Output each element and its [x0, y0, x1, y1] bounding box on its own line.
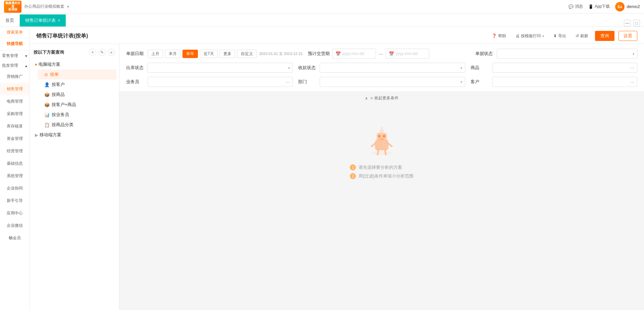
- tree-item-by-goods[interactable]: 📦 按商品: [38, 90, 116, 100]
- export-icon: ⬇: [553, 34, 557, 38]
- tree-item-label: 按商品: [52, 92, 65, 98]
- sidebar-item-appcenter[interactable]: 应用中心: [0, 207, 29, 219]
- user-area[interactable]: Ea demo2: [615, 2, 640, 11]
- breadcrumb: 办公用品行业模拟账套: [24, 4, 64, 9]
- tab-close-icon[interactable]: ×: [58, 18, 60, 23]
- last-month-button[interactable]: 上月: [148, 50, 163, 58]
- sidebar-item-newbie[interactable]: 新手引导: [0, 195, 29, 207]
- tree-section: ▾ 电脑端方案 ⊙ 按单 👤 按客户 📦: [30, 58, 119, 141]
- date-placeholder-2: yyyy-mm-dd: [395, 51, 417, 56]
- sidebar-item-sales[interactable]: 销售管理: [0, 83, 29, 95]
- delivery-select[interactable]: ▾: [148, 63, 293, 73]
- svg-line-6: [372, 144, 375, 146]
- sidebar-item-enterprise[interactable]: 企业协同: [0, 182, 29, 195]
- date-range-text: 2023-01-01 至 2023-12-31: [259, 51, 303, 56]
- tree-item-icon: 👤: [44, 82, 50, 87]
- tree-item-by-customer-goods[interactable]: 📦 按客户+商品: [38, 100, 116, 110]
- sidebar-item-wechat[interactable]: 企业微信: [0, 219, 29, 232]
- tree-item-by-customer[interactable]: 👤 按客户: [38, 80, 116, 90]
- date-separator: —: [379, 51, 383, 56]
- wholesale-expand-icon: ▴: [25, 63, 27, 68]
- svg-line-9: [385, 150, 386, 155]
- tree-item-by-category[interactable]: 📋 按商品分类: [38, 120, 116, 130]
- help-icon: ❓: [492, 34, 497, 38]
- minimize-button[interactable]: —: [624, 20, 631, 27]
- sidebar-item-label: 基础信息: [7, 161, 23, 166]
- sidebar-item-label: 经营管理: [7, 148, 23, 154]
- salesperson-select[interactable]: ···: [148, 77, 293, 87]
- customer-more-icon[interactable]: ···: [630, 79, 634, 85]
- breadcrumb-dropdown-icon[interactable]: ▾: [67, 4, 69, 9]
- svg-point-12: [381, 127, 383, 129]
- sidebar-item-purchase[interactable]: 采购管理: [0, 108, 29, 120]
- message-button[interactable]: 💬 消息: [569, 4, 583, 9]
- export-button[interactable]: ⬇ 导出: [551, 32, 569, 40]
- goods-select[interactable]: ···: [492, 63, 637, 73]
- empty-tip-2: 2 用[过滤]条件来缩小分析范围: [350, 173, 413, 179]
- sidebar-item-marketing[interactable]: 营销推广: [0, 70, 29, 83]
- sidebar-divider-1: [0, 50, 29, 50]
- refresh-icon: ↺: [576, 34, 579, 38]
- tree-item-label: 按单: [50, 71, 59, 78]
- empty-state: 1 请先选择要分析的方案 2 用[过滤]条件来缩小分析范围: [119, 104, 644, 199]
- payment-select[interactable]: ▾: [320, 63, 465, 73]
- panel-edit-button[interactable]: ✎: [98, 49, 106, 56]
- maximize-button[interactable]: □: [633, 20, 640, 27]
- refresh-button[interactable]: ↺ 刷新: [573, 32, 591, 40]
- panel-collapse-button[interactable]: «: [108, 49, 115, 56]
- sidebar-item-system[interactable]: 系统管理: [0, 170, 29, 182]
- collapse-label: ∧ 收起更多条件: [370, 95, 398, 101]
- expected-date-start[interactable]: 📅 yyyy-mm-dd: [332, 49, 376, 59]
- sidebar-item-inventory[interactable]: 库存核算: [0, 120, 29, 133]
- tree-section-mobile[interactable]: ▶ 移动端方案: [32, 130, 116, 140]
- tab-active[interactable]: 销售订单统计表 ×: [20, 14, 66, 27]
- inner-layout: 按以下方案查询 + ✎ « ▾ 电脑端方案 ⊙ 按单: [30, 44, 644, 310]
- department-select[interactable]: ▾: [320, 77, 465, 87]
- sidebar: 搜索菜单 快捷导航 零售管理 ▾ 批发管理 ▴ 营销推广 销售管理 电商管理 采…: [0, 27, 30, 310]
- last7days-button[interactable]: 近7天: [200, 50, 218, 58]
- sidebar-item-label: 资金管理: [7, 136, 23, 142]
- svg-line-7: [388, 144, 392, 146]
- setting-button[interactable]: 设置: [619, 31, 637, 41]
- sidebar-search[interactable]: 搜索菜单: [0, 27, 29, 38]
- sidebar-item-label: 电商管理: [7, 99, 23, 104]
- header-actions: ❓ 帮助 🖨 按模板打印 ▾ ⬇ 导出 ↺ 刷新 查询 设置: [489, 31, 637, 41]
- sidebar-item-retail[interactable]: 零售管理 ▾: [0, 51, 29, 61]
- this-year-button[interactable]: 本年: [182, 50, 198, 58]
- tree-item-by-salesperson[interactable]: 📊 按业务员: [38, 110, 116, 120]
- sidebar-item-wholesale[interactable]: 批发管理 ▴: [0, 61, 29, 70]
- sidebar-item-finance[interactable]: 资金管理: [0, 133, 29, 145]
- more-button[interactable]: 更多: [220, 50, 235, 58]
- panel-toolbar: + ✎ «: [89, 49, 115, 56]
- department-arrow: ▾: [461, 80, 462, 84]
- customer-select[interactable]: ···: [492, 77, 637, 87]
- this-month-button[interactable]: 本月: [165, 50, 180, 58]
- goods-more-icon[interactable]: ···: [630, 65, 634, 70]
- sidebar-quick-nav[interactable]: 快捷导航: [0, 38, 29, 49]
- panel-add-button[interactable]: +: [89, 49, 96, 56]
- filter-status-item: 单据状态 ▾: [475, 49, 637, 59]
- tree-item-icon: ⊙: [44, 72, 48, 77]
- sidebar-item-member[interactable]: 畅会员: [0, 232, 29, 244]
- svg-point-0: [372, 151, 392, 155]
- salesperson-more-icon[interactable]: ···: [286, 79, 290, 85]
- logo: 畅捷通好生意标准版: [4, 1, 21, 13]
- sidebar-item-ecommerce[interactable]: 电商管理: [0, 95, 29, 108]
- app-download-button[interactable]: 📱 App下载: [588, 4, 610, 9]
- status-select[interactable]: ▾: [497, 49, 637, 59]
- help-button[interactable]: ❓ 帮助: [489, 32, 509, 40]
- sidebar-item-basic[interactable]: 基础信息: [0, 157, 29, 170]
- print-button[interactable]: 🖨 按模板打印 ▾: [513, 32, 547, 40]
- tab-home[interactable]: 首页: [0, 14, 20, 27]
- expected-date-label: 预计交货期: [308, 51, 330, 57]
- tree-item-by-order[interactable]: ⊙ 按单: [38, 69, 116, 80]
- sidebar-item-management[interactable]: 经营管理: [0, 145, 29, 157]
- query-button[interactable]: 查询: [595, 31, 614, 41]
- collapse-button[interactable]: ∧ ∧ 收起更多条件: [361, 94, 402, 102]
- sidebar-item-label: 新手引导: [7, 198, 23, 204]
- custom-button[interactable]: 自定义: [237, 50, 257, 58]
- filter-row-3: 业务员 ··· 部门 ▾: [126, 77, 637, 87]
- tree-section-pc[interactable]: ▾ 电脑端方案: [32, 59, 116, 69]
- sidebar-item-label: 企业微信: [7, 223, 23, 228]
- expected-date-end[interactable]: 📅 yyyy-mm-dd: [386, 49, 429, 59]
